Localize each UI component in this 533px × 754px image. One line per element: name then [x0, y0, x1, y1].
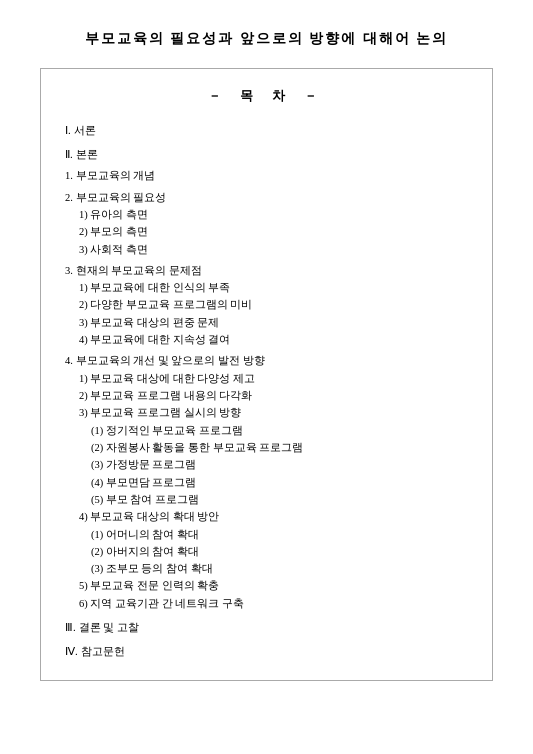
toc-item: (1) 정기적인 부모교육 프로그램 [65, 422, 468, 439]
toc-item: Ⅰ. 서론 [65, 121, 468, 139]
toc-item: 3. 현재의 부모교육의 문제점 [65, 262, 468, 279]
toc-item: (2) 자원봉사 활동을 통한 부모교육 프로그램 [65, 439, 468, 456]
toc-item: (1) 어머니의 참여 확대 [65, 526, 468, 543]
toc-item: 3) 부모교육 대상의 편중 문제 [65, 314, 468, 331]
toc-item: Ⅱ. 본론 [65, 145, 468, 163]
main-title: 부모교육의 필요성과 앞으로의 방향에 대해어 논의 [40, 30, 493, 48]
toc-title: － 목 차 － [65, 87, 468, 105]
toc-item: 4) 부모교육에 대한 지속성 결여 [65, 331, 468, 348]
toc-item: (3) 가정방문 프로그램 [65, 456, 468, 473]
toc-item: 1. 부모교육의 개념 [65, 167, 468, 184]
toc-container: Ⅰ. 서론Ⅱ. 본론1. 부모교육의 개념2. 부모교육의 필요성1) 유아의 … [65, 121, 468, 660]
toc-item: 2) 부모의 측면 [65, 223, 468, 240]
toc-item: 2) 다양한 부모교육 프로그램의 미비 [65, 296, 468, 313]
toc-item: 3) 사회적 측면 [65, 241, 468, 258]
toc-item: 2) 부모교육 프로그램 내용의 다각화 [65, 387, 468, 404]
toc-item: 3) 부모교육 프로그램 실시의 방향 [65, 404, 468, 421]
toc-item: 1) 부모교육 대상에 대한 다양성 제고 [65, 370, 468, 387]
toc-item: 1) 유아의 측면 [65, 206, 468, 223]
toc-item: 5) 부모교육 전문 인력의 확충 [65, 577, 468, 594]
content-box: － 목 차 － Ⅰ. 서론Ⅱ. 본론1. 부모교육의 개념2. 부모교육의 필요… [40, 68, 493, 681]
toc-item: Ⅲ. 결론 및 고찰 [65, 618, 468, 636]
toc-item: 1) 부모교육에 대한 인식의 부족 [65, 279, 468, 296]
toc-item: (3) 조부모 등의 참여 확대 [65, 560, 468, 577]
toc-item: 4) 부모교육 대상의 확대 방안 [65, 508, 468, 525]
toc-item: (5) 부모 참여 프로그램 [65, 491, 468, 508]
toc-item: 4. 부모교육의 개선 및 앞으로의 발전 방향 [65, 352, 468, 369]
toc-item: Ⅳ. 참고문헌 [65, 642, 468, 660]
toc-item: 6) 지역 교육기관 간 네트워크 구축 [65, 595, 468, 612]
toc-item: 2. 부모교육의 필요성 [65, 189, 468, 206]
toc-item: (2) 아버지의 참여 확대 [65, 543, 468, 560]
page: 부모교육의 필요성과 앞으로의 방향에 대해어 논의 － 목 차 － Ⅰ. 서론… [0, 0, 533, 754]
toc-item: (4) 부모면담 프로그램 [65, 474, 468, 491]
